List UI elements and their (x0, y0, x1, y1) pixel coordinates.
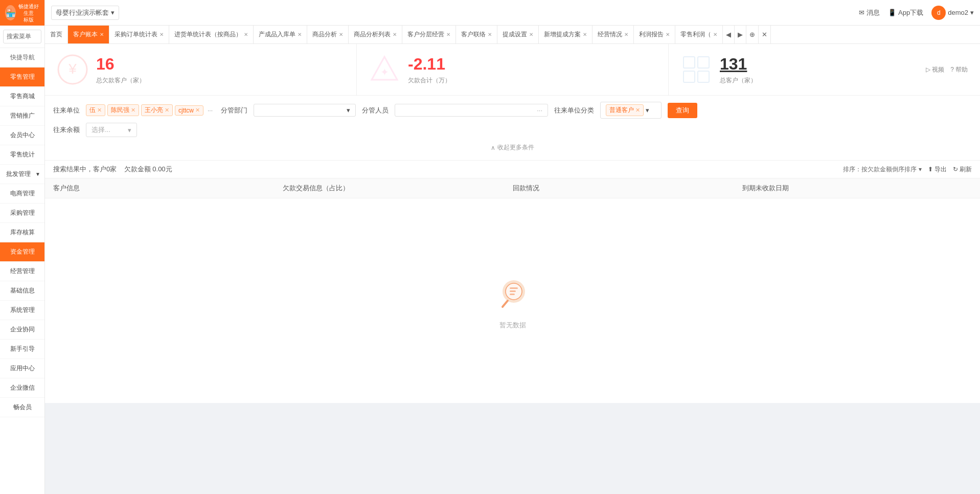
help-link[interactable]: ? 帮助 (950, 65, 968, 74)
video-help-area: ▷ 视频 ? 帮助 (926, 65, 968, 74)
remove-tag-wang[interactable]: ✕ (165, 107, 169, 114)
remove-tag-cjttcw[interactable]: ✕ (195, 107, 200, 114)
sidebar-item-marketing[interactable]: 营销推广 (0, 106, 44, 126)
sidebar-item-operation-mgmt[interactable]: 经营管理 (0, 262, 44, 281)
chevron-down-icon: ▾ (111, 9, 115, 16)
tab-add-commission[interactable]: 新增提成方案 ✕ (539, 26, 592, 44)
tab-commission-settings[interactable]: 提成设置 ✕ (497, 26, 539, 44)
sidebar-item-ecommerce[interactable]: 电商管理 (0, 184, 44, 204)
sidebar-item-purchase-mgmt[interactable]: 采购管理 (0, 204, 44, 223)
stat-value-customers: 16 (96, 54, 344, 74)
sidebar-item-system[interactable]: 系统管理 (0, 301, 44, 320)
tab-expand[interactable]: ⊕ (746, 26, 759, 44)
dept-select[interactable]: ▾ (254, 104, 356, 117)
tab-inbound-stats[interactable]: 进货单统计表（按商品） ✕ (169, 26, 254, 44)
chevron-down-icon: ▾ (347, 106, 350, 114)
sort-selector[interactable]: 排序：按欠款金额倒序排序 ▾ (843, 165, 922, 174)
tab-product-analysis[interactable]: 商品分析 ✕ (307, 26, 349, 44)
svg-rect-7 (698, 71, 709, 82)
filter-tag-chen[interactable]: 陈民强 ✕ (107, 104, 139, 116)
tab-retail-profit[interactable]: 零售利润（ ✕ (675, 26, 723, 44)
filter-more-btn[interactable]: ··· (206, 106, 215, 115)
result-info: 搜索结果中，客户0家 欠款金额 0.00元 (53, 165, 172, 174)
stat-card-debt: ✦ -2.11 欠款合计（万） (357, 44, 669, 95)
user-menu[interactable]: d demo2 ▾ (931, 6, 974, 20)
svg-rect-4 (683, 57, 695, 68)
svg-rect-5 (698, 57, 709, 68)
sidebar-item-retail-stats[interactable]: 零售统计 (0, 145, 44, 165)
sidebar-item-new-guide[interactable]: 新手引导 (0, 340, 44, 359)
tab-scroll-right[interactable]: ▶ (735, 26, 746, 44)
tab-close-icon[interactable]: ✕ (244, 32, 248, 37)
tab-close-icon[interactable]: ✕ (583, 32, 587, 37)
remove-tag-wu[interactable]: ✕ (97, 107, 102, 114)
total-customer-icon (681, 54, 712, 85)
filter-tag-wang[interactable]: 王小亮 ✕ (141, 104, 173, 116)
tab-customer-contact[interactable]: 客户联络 ✕ (456, 26, 497, 44)
quick-nav-button[interactable]: 快捷导航 (3, 51, 41, 64)
tab-close-icon[interactable]: ✕ (529, 32, 533, 37)
tab-close-icon[interactable]: ✕ (713, 32, 717, 37)
app-download-button[interactable]: 📱 App下载 (888, 8, 923, 17)
filter-tag-wu[interactable]: 伍 ✕ (86, 104, 105, 116)
remove-unit-class-tag[interactable]: ✕ (635, 107, 640, 114)
tab-close-all[interactable]: ✕ (759, 26, 771, 44)
sidebar-item-basic-info[interactable]: 基础信息 (0, 281, 44, 301)
people-label: 分管人员 (362, 106, 389, 115)
tab-close-icon[interactable]: ✕ (446, 32, 450, 37)
tab-customer-ledger[interactable]: 客户账本 ✕ (68, 26, 109, 44)
search-button[interactable]: 查询 (668, 103, 697, 118)
tab-close-icon[interactable]: ✕ (624, 32, 628, 37)
chevron-up-icon: ∧ (491, 144, 495, 151)
sidebar-item-wholesale-mgmt[interactable]: 批发管理 ▼ (0, 165, 44, 184)
tab-product-analysis-list[interactable]: 商品分析列表 ✕ (349, 26, 402, 44)
svg-line-10 (503, 301, 508, 307)
tab-scroll-left[interactable]: ◀ (723, 26, 735, 44)
account-selector[interactable]: 母婴行业演示帐套 ▾ (51, 6, 119, 20)
tab-close-icon[interactable]: ✕ (100, 32, 104, 37)
tab-close-icon[interactable]: ✕ (298, 32, 302, 37)
tab-close-icon[interactable]: ✕ (393, 32, 397, 37)
sidebar-item-retail-mgmt[interactable]: 零售管理 (0, 68, 44, 87)
sidebar-item-retail-mall[interactable]: 零售商城 (0, 87, 44, 106)
balance-select[interactable]: 选择... ▾ (86, 123, 137, 137)
unit-class-select[interactable]: 普通客户 ✕ ▾ (600, 102, 662, 119)
refresh-button[interactable]: ↻ 刷新 (953, 165, 972, 174)
stat-label-debt: 欠款合计（万） (408, 76, 656, 85)
tab-home[interactable]: 首页 (45, 26, 68, 44)
table-wrap: 客户信息 欠款交易信息（占比） 回款情况 到期未收款日期 (45, 178, 980, 403)
people-select[interactable]: ··· (395, 104, 548, 117)
svg-text:✦: ✦ (380, 66, 389, 78)
tab-product-inbound[interactable]: 产成品入库单 ✕ (254, 26, 307, 44)
sidebar-item-app-center[interactable]: 应用中心 (0, 359, 44, 378)
tab-operation-status[interactable]: 经营情况 ✕ (592, 26, 634, 44)
sidebar-item-member[interactable]: 畅会员 (0, 398, 44, 417)
svg-rect-13 (510, 294, 515, 295)
tab-close-icon[interactable]: ✕ (159, 32, 164, 37)
sidebar-item-inventory[interactable]: 库存核算 (0, 223, 44, 242)
tab-close-icon[interactable]: ✕ (339, 32, 343, 37)
col-debt-info: 欠款交易信息（占比） (283, 184, 512, 193)
stat-value-total: 131 (720, 54, 918, 74)
remove-tag-chen[interactable]: ✕ (131, 107, 135, 114)
collapse-filter-btn[interactable]: ∧ 收起更多条件 (53, 141, 972, 154)
tab-close-icon[interactable]: ✕ (488, 32, 492, 37)
message-button[interactable]: ✉ 消息 (859, 8, 880, 17)
customer-stat-icon: ¥ (57, 54, 88, 85)
tab-close-icon[interactable]: ✕ (666, 32, 670, 37)
sidebar-item-enterprise-collab[interactable]: 企业协同 (0, 320, 44, 340)
export-button[interactable]: ⬆ 导出 (928, 165, 947, 174)
stat-value-debt: -2.11 (408, 54, 656, 74)
tab-customer-tier[interactable]: 客户分层经营 ✕ (402, 26, 456, 44)
sidebar-item-enterprise-wechat[interactable]: 企业微信 (0, 378, 44, 398)
balance-label: 往来余额 (53, 125, 80, 134)
filter-tag-cjttcw[interactable]: cjttcw ✕ (175, 105, 203, 116)
search-menu-button[interactable]: 搜索菜单 (3, 30, 41, 43)
sidebar-item-finance[interactable]: 资金管理 (0, 242, 44, 262)
svg-rect-12 (510, 290, 516, 292)
tab-profit-report[interactable]: 利润报告 ✕ (634, 26, 675, 44)
video-link[interactable]: ▷ 视频 (926, 65, 944, 74)
tab-purchase-stats[interactable]: 采购订单统计表 ✕ (109, 26, 169, 44)
chevron-down-icon: ▾ (919, 166, 922, 173)
sidebar-item-member-center[interactable]: 会员中心 (0, 126, 44, 145)
